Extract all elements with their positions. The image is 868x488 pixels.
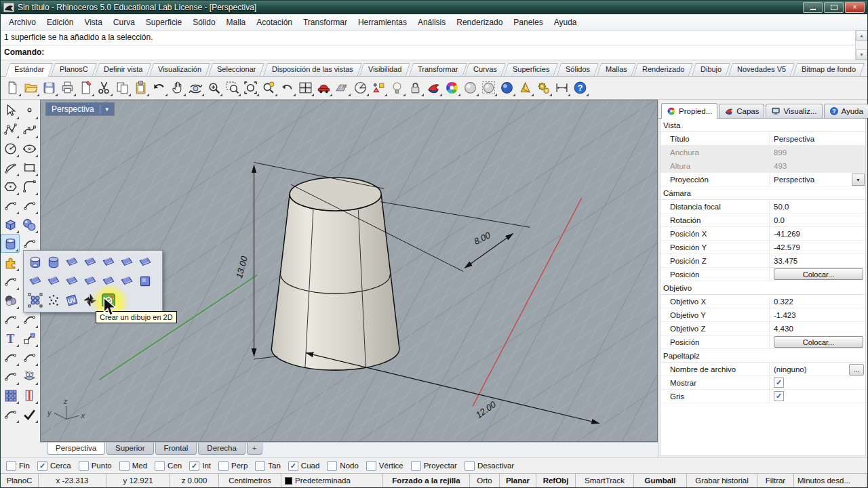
menu-malla[interactable]: Malla xyxy=(221,16,252,29)
status-orto[interactable]: Orto xyxy=(470,474,500,487)
toolbar-tab-mallas[interactable]: Mallas xyxy=(597,63,636,76)
view-tab-derecha[interactable]: Derecha xyxy=(198,443,245,455)
uv-surface-icon[interactable]: UV xyxy=(62,291,81,310)
surface-corner-points-icon[interactable] xyxy=(62,253,81,272)
plugin-puzzle-icon[interactable] xyxy=(1,253,20,272)
help-icon[interactable]: ? xyxy=(571,79,589,97)
curve-tools-icon[interactable] xyxy=(1,310,20,329)
menu-superficie[interactable]: Superficie xyxy=(140,16,187,29)
panel-tab-visualiz[interactable]: Visualiz... xyxy=(766,104,822,118)
toolbar-tab-disposici-n-de-las-vistas[interactable]: Disposición de las vistas xyxy=(262,63,361,76)
panel-tab-propied[interactable]: Propied... xyxy=(661,103,717,119)
point-cloud-handles-icon[interactable] xyxy=(26,291,44,310)
surface-fold-icon[interactable] xyxy=(26,272,44,291)
copy-icon[interactable] xyxy=(113,79,132,97)
lock-icon[interactable] xyxy=(406,79,425,97)
cut-icon[interactable] xyxy=(95,79,113,97)
surface-deform-icon[interactable] xyxy=(117,253,136,272)
menu-curva[interactable]: Curva xyxy=(108,16,140,29)
new-document-icon[interactable] xyxy=(3,79,22,97)
osnap-checkbox[interactable] xyxy=(465,461,475,471)
value-text[interactable]: -42.579 xyxy=(774,243,800,251)
clipping-plane-icon[interactable] xyxy=(20,386,39,405)
status-x-23-313[interactable]: x -23.313 xyxy=(39,474,106,487)
toolbar-tab-curvas[interactable]: Curvas xyxy=(465,63,506,76)
solid-union-icon[interactable] xyxy=(1,367,20,386)
curve-handle-icon[interactable] xyxy=(20,310,39,329)
value-text[interactable]: -41.269 xyxy=(774,230,800,238)
osnap-checkbox[interactable] xyxy=(218,461,229,471)
osnap-perp[interactable]: Perp xyxy=(218,461,248,471)
menu-an-lisis[interactable]: Análisis xyxy=(412,16,451,29)
angle-dial-icon[interactable] xyxy=(351,79,370,97)
osnap-checkbox[interactable] xyxy=(255,461,265,471)
cube-blue-icon[interactable] xyxy=(136,272,154,291)
menu-archivo[interactable]: Archivo xyxy=(3,16,41,29)
toolbar-tab-visualizaci-n[interactable]: Visualización xyxy=(149,63,210,76)
toolbar-tab-transformar[interactable]: Transformar xyxy=(409,63,467,76)
color-adjust-icon[interactable] xyxy=(1,291,20,310)
status-smarttrack[interactable]: SmartTrack xyxy=(576,474,634,487)
cube-vertical-faces-icon[interactable] xyxy=(99,253,117,272)
menu-transformar[interactable]: Transformar xyxy=(298,16,353,29)
value-text[interactable]: 493 xyxy=(774,162,787,170)
value-text[interactable]: 4.430 xyxy=(774,325,793,333)
table-pins-icon[interactable] xyxy=(20,367,39,386)
lightbulb-icon[interactable] xyxy=(388,79,406,97)
render-preview-icon[interactable] xyxy=(479,79,498,97)
value-text[interactable]: -1.423 xyxy=(774,311,796,319)
text-icon[interactable]: T xyxy=(1,329,20,348)
maximize-button[interactable] xyxy=(824,2,844,13)
value-text[interactable]: Perspectiva xyxy=(774,135,814,143)
mesh-tools-icon[interactable] xyxy=(333,79,351,97)
view-tab-perspectiva[interactable]: Perspectiva xyxy=(47,443,105,455)
osnap-checkbox[interactable] xyxy=(79,461,89,471)
check-geometry-icon[interactable] xyxy=(20,405,39,424)
status-predeterminada[interactable]: Predeterminada xyxy=(281,474,383,487)
status-filtrar[interactable]: Filtrar xyxy=(757,474,794,487)
status-minutos-desd[interactable]: Minutos desd... xyxy=(794,474,867,487)
close-button[interactable]: × xyxy=(845,2,865,13)
toolbar-tab-s-lidos[interactable]: Sólidos xyxy=(556,63,598,76)
new-viewport-tab-icon[interactable]: + xyxy=(247,443,262,455)
undo-icon[interactable] xyxy=(150,79,168,97)
toolbar-tab-seleccionar[interactable]: Seleccionar xyxy=(208,63,265,76)
osnap-cuad[interactable]: ✓Cuad xyxy=(288,461,320,471)
annotate-shapes-icon[interactable] xyxy=(370,79,388,97)
browse-button[interactable]: ... xyxy=(849,364,864,375)
sphere-icon[interactable] xyxy=(20,215,39,234)
open-file-icon[interactable] xyxy=(22,79,40,97)
minimize-button[interactable] xyxy=(803,2,823,13)
polyline-icon[interactable] xyxy=(1,120,20,139)
osnap-proyectar[interactable]: Proyectar xyxy=(411,461,457,471)
toolbar-tab-est-ndar[interactable]: Estándar xyxy=(5,63,54,77)
menu-paneles[interactable]: Paneles xyxy=(508,16,548,29)
point-scatter-icon[interactable] xyxy=(44,291,62,310)
print-icon[interactable] xyxy=(58,79,77,97)
panel-tab-ayuda[interactable]: ?Ayuda xyxy=(824,104,868,118)
menu-vista[interactable]: Vista xyxy=(79,16,107,29)
view-tab-superior[interactable]: Superior xyxy=(106,443,153,455)
osnap-punto[interactable]: Punto xyxy=(79,461,112,471)
status-forzado-a-la-rejilla[interactable]: Forzado a la rejilla xyxy=(383,474,470,487)
cylinder-icon[interactable] xyxy=(1,234,20,253)
colocar-button[interactable]: Colocar... xyxy=(774,268,863,280)
color-wheel-icon[interactable] xyxy=(443,79,461,97)
fillet-curves-icon[interactable] xyxy=(20,177,39,196)
mostrar-checkbox[interactable]: ✓ xyxy=(774,378,784,388)
osnap-checkbox[interactable] xyxy=(119,461,130,471)
polygon-icon[interactable] xyxy=(1,177,20,196)
value-text[interactable]: 33.475 xyxy=(774,257,797,265)
toolbar-tab-dibujo[interactable]: Dibujo xyxy=(692,63,730,76)
menu-renderizado[interactable]: Renderizado xyxy=(451,16,508,29)
panel-tab-capas[interactable]: Capas xyxy=(719,104,764,118)
zoom-selected-icon[interactable] xyxy=(260,79,278,97)
zoom-extents-icon[interactable] xyxy=(241,79,260,97)
viewport-title[interactable]: Perspectiva ▼ xyxy=(46,103,114,115)
osnap-checkbox[interactable] xyxy=(6,461,16,471)
toolbar-tab-planosc[interactable]: PlanosC xyxy=(51,63,97,76)
osnap-checkbox[interactable] xyxy=(327,461,337,471)
toolbar-tab-superficies[interactable]: Superficies xyxy=(504,63,559,76)
status-gumball[interactable]: Gumball xyxy=(634,474,687,487)
viewport-title-text[interactable]: Perspectiva xyxy=(46,103,100,115)
